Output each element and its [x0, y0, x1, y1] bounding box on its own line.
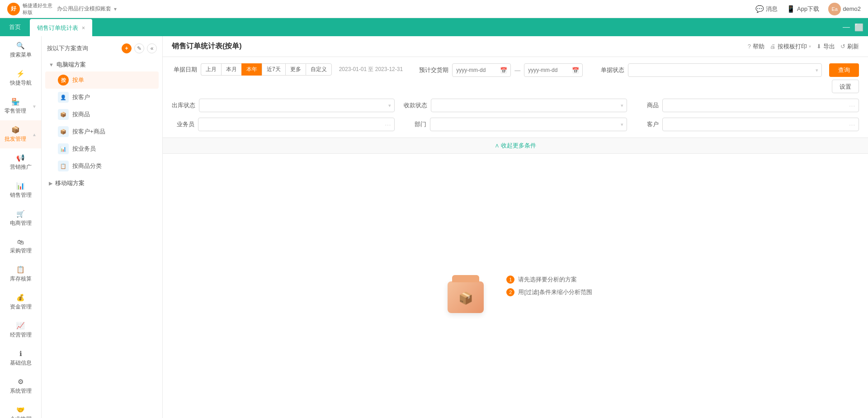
collab-icon: 🤝 — [16, 406, 25, 414]
date-btn-thisyear[interactable]: 本年 — [241, 63, 262, 76]
salesman-input[interactable] — [198, 118, 395, 131]
scheme-group-pc: ▼ 电脑端方案 按 按单 👤 按客户 📦 — [45, 58, 159, 175]
scheme-group-mobile: ▶ 移动端方案 — [45, 176, 159, 190]
scheme-group-mobile-label: 移动端方案 — [55, 179, 85, 187]
print-icon: 🖨 — [770, 43, 776, 50]
sidebar-item-finance[interactable]: 💰 资金管理 — [0, 288, 41, 316]
tip-num-1: 1 — [506, 276, 514, 284]
sales-icon: 📊 — [16, 182, 25, 190]
page-title: 销售订单统计表(按单) — [172, 42, 242, 57]
sidebar-item-ecommerce[interactable]: 🛒 电商管理 — [0, 204, 41, 233]
out-status-cell: 出库状态 ▾ — [172, 99, 395, 112]
dept-select[interactable] — [430, 118, 627, 131]
tab-active[interactable]: 销售订单统计表 × — [30, 19, 92, 37]
help-btn[interactable]: ? 帮助 — [748, 43, 764, 51]
breadcrumb[interactable]: 办公用品行业模拟账套 ▾ — [57, 5, 117, 13]
date-btn-7days[interactable]: 近7天 — [262, 63, 285, 76]
main-content: 销售订单统计表(按单) ? 帮助 🖨 按模板打印 ▾ ⬇ 导出 — [163, 36, 868, 418]
window-minimize-btn[interactable]: — — [843, 23, 850, 31]
scheme-item-byorder[interactable]: 按 按单 — [45, 71, 159, 89]
sidebar-item-management[interactable]: 📈 经营管理 — [0, 316, 41, 344]
tab-bar-right: — ⬜ — [843, 23, 868, 32]
tab-home[interactable]: 首页 — [0, 18, 30, 36]
scheme-panel: 按以下方案查询 + ✎ « ▼ 电脑端方案 按 按单 — [42, 36, 163, 418]
sidebar-item-quicknav[interactable]: ⚡ 快捷导航 — [0, 64, 41, 92]
empty-inner: 📦 1 请先选择要分析的方案 2 用[过滤]条件来缩小分析范围 — [439, 259, 592, 313]
wholesale-expand-arrow: ▲ — [32, 132, 37, 137]
scheme-item-bycustomergoods[interactable]: 📦 按客户+商品 — [45, 123, 159, 140]
out-status-select[interactable] — [199, 99, 395, 112]
empty-illustration: 📦 — [439, 259, 493, 313]
query-btn[interactable]: 查询 — [829, 63, 859, 77]
expected-date-label: 预计交货期 — [419, 66, 448, 74]
window-maximize-btn[interactable]: ⬜ — [854, 23, 863, 32]
tab-close-btn[interactable]: × — [82, 25, 85, 31]
date-btn-more[interactable]: 更多 — [285, 63, 306, 76]
date-range-text: 2023-01-01 至 2023-12-31 — [339, 66, 403, 73]
sidebar-item-inventory[interactable]: 📋 库存核算 — [0, 260, 41, 288]
sidebar-item-collab[interactable]: 🤝 企业协同 — [0, 400, 41, 418]
sidebar-item-sales[interactable]: 📊 销售管理 — [0, 176, 41, 204]
sidebar-item-search[interactable]: 🔍 搜索菜单 — [0, 36, 41, 64]
empty-tips: 1 请先选择要分析的方案 2 用[过滤]条件来缩小分析范围 — [506, 276, 592, 296]
status-label: 单据状态 — [599, 66, 624, 74]
expected-date-start[interactable] — [452, 63, 511, 77]
goods-input[interactable] — [662, 99, 859, 112]
date-separator: — — [514, 67, 520, 74]
system-icon: ⚙ — [18, 378, 24, 386]
collapse-bar[interactable]: ∧ 收起更多条件 — [163, 138, 868, 154]
help-icon: ? — [748, 43, 751, 50]
scheme-edit-btn[interactable]: ✎ — [134, 43, 144, 53]
pay-status-select[interactable] — [431, 99, 627, 112]
sidebar-item-purchase[interactable]: 🛍 采购管理 — [0, 233, 41, 260]
quicknav-icon: ⚡ — [16, 70, 25, 78]
collapse-text: ∧ 收起更多条件 — [495, 142, 537, 150]
customer-input[interactable] — [662, 118, 859, 131]
sidebar-menu: 🔍 搜索菜单 ⚡ 快捷导航 🏪 零售管理 ▼ 📦 批发管理 ▲ — [0, 36, 41, 418]
customer-label: 客户 — [636, 120, 659, 128]
scheme-item-bycustomer[interactable]: 👤 按客户 — [45, 89, 159, 106]
sidebar-item-marketing[interactable]: 📢 营销推广 — [0, 148, 41, 176]
scheme-actions: + ✎ « — [122, 43, 157, 53]
app-download-btn[interactable]: 📱 App下载 — [787, 5, 819, 13]
scheme-group-mobile-title[interactable]: ▶ 移动端方案 — [45, 176, 159, 190]
scheme-item-bysalesman-label: 按业务员 — [72, 145, 96, 153]
user-area[interactable]: Ea demo2 — [828, 3, 861, 15]
scheme-collapse-btn[interactable]: « — [147, 43, 157, 53]
page-title-bar: 销售订单统计表(按单) ? 帮助 🖨 按模板打印 ▾ ⬇ 导出 — [163, 36, 868, 57]
dept-cell: 部门 ▾ — [404, 118, 627, 131]
message-btn[interactable]: 💬 消息 — [755, 5, 778, 13]
expected-date-end[interactable] — [524, 63, 583, 77]
scheme-group-pc-title[interactable]: ▼ 电脑端方案 — [45, 58, 159, 71]
wholesale-icon: 📦 — [11, 126, 20, 134]
scheme-item-bygoodscate-icon: 📋 — [58, 161, 69, 171]
sidebar-item-system[interactable]: ⚙ 系统管理 — [0, 372, 41, 400]
sidebar-item-retail[interactable]: 🏪 零售管理 ▼ — [0, 92, 41, 120]
scheme-item-bycustomer-icon: 👤 — [58, 92, 69, 103]
date-btn-thismonth[interactable]: 本月 — [221, 63, 241, 76]
scheme-item-bygoods-label: 按商品 — [72, 110, 90, 119]
scheme-item-bygoods[interactable]: 📦 按商品 — [45, 106, 159, 123]
setting-btn[interactable]: 设置 — [832, 80, 859, 93]
expected-date-start-wrap: 📅 — [452, 63, 511, 77]
basic-icon: ℹ — [19, 350, 22, 358]
retail-expand-arrow: ▼ — [32, 104, 37, 109]
scheme-header-title: 按以下方案查询 — [47, 44, 88, 52]
scheme-item-bysalesman[interactable]: 📊 按业务员 — [45, 140, 159, 157]
print-btn[interactable]: 🖨 按模板打印 ▾ — [770, 43, 811, 51]
scheme-item-bygoodscate[interactable]: 📋 按商品分类 — [45, 157, 159, 175]
sidebar-item-basic[interactable]: ℹ 基础信息 — [0, 344, 41, 372]
date-btn-custom[interactable]: 自定义 — [306, 63, 332, 76]
logo-area: 好 畅捷通好生意 标版 — [7, 2, 52, 15]
date-label: 单据日期 — [172, 66, 197, 74]
sidebar: 🔍 搜索菜单 ⚡ 快捷导航 🏪 零售管理 ▼ 📦 批发管理 ▲ — [0, 36, 42, 418]
date-btn-lastmonth[interactable]: 上月 — [201, 63, 221, 76]
export-btn[interactable]: ⬇ 导出 — [816, 43, 835, 51]
date-btn-group: 上月 本月 本年 近7天 更多 自定义 — [201, 63, 332, 76]
refresh-btn[interactable]: ↺ 刷新 — [840, 43, 859, 51]
scheme-item-byorder-label: 按单 — [72, 76, 84, 84]
marketing-icon: 📢 — [16, 154, 25, 162]
scheme-add-btn[interactable]: + — [122, 43, 132, 53]
sidebar-item-wholesale[interactable]: 📦 批发管理 ▲ — [0, 120, 41, 148]
status-select[interactable] — [628, 63, 822, 77]
